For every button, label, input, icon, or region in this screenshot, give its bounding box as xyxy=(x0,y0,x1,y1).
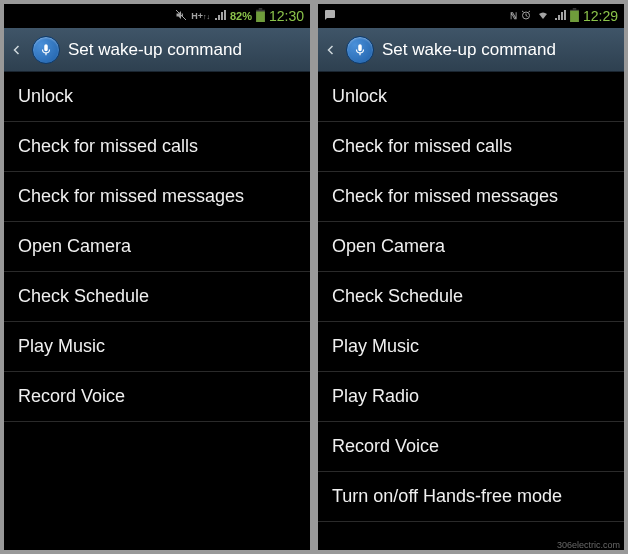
status-bar: ℕ 12:29 xyxy=(318,4,624,28)
list-item[interactable]: Check for missed messages xyxy=(318,172,624,222)
list-item[interactable]: Check Schedule xyxy=(318,272,624,322)
watermark: 306electric.com xyxy=(557,540,620,550)
list-item[interactable]: Check for missed calls xyxy=(4,122,310,172)
battery-percent: 82% xyxy=(230,10,252,22)
page-title: Set wake-up command xyxy=(382,40,556,60)
wifi-icon xyxy=(536,9,550,23)
list-item[interactable]: Play Music xyxy=(4,322,310,372)
list-item[interactable]: Check for missed messages xyxy=(4,172,310,222)
battery-icon xyxy=(570,8,579,24)
battery-icon xyxy=(256,8,265,24)
svg-rect-2 xyxy=(256,12,265,23)
alarm-icon xyxy=(520,9,532,23)
back-icon[interactable] xyxy=(324,40,338,60)
phone-right: ℕ 12:29 Set wake-up command UnlockCheck … xyxy=(318,4,624,550)
list-item[interactable]: Turn on/off Hands-free mode xyxy=(318,472,624,522)
voice-icon[interactable] xyxy=(346,36,374,64)
clock: 12:29 xyxy=(583,8,618,24)
list-item[interactable]: Check for missed calls xyxy=(318,122,624,172)
nfc-icon: ℕ xyxy=(510,11,516,21)
signal-icon xyxy=(214,9,226,23)
list-item[interactable]: Unlock xyxy=(4,72,310,122)
svg-rect-6 xyxy=(570,11,579,22)
chat-icon xyxy=(324,9,336,23)
list-item[interactable]: Check Schedule xyxy=(4,272,310,322)
svg-rect-7 xyxy=(573,8,577,10)
clock: 12:30 xyxy=(269,8,304,24)
back-icon[interactable] xyxy=(10,40,24,60)
list-item[interactable]: Open Camera xyxy=(318,222,624,272)
mute-icon xyxy=(175,9,187,23)
phone-left: H+↑↓ 82% 12:30 Set wake-up command Unloc… xyxy=(4,4,310,550)
list-item[interactable]: Open Camera xyxy=(4,222,310,272)
status-bar: H+↑↓ 82% 12:30 xyxy=(4,4,310,28)
title-bar: Set wake-up command xyxy=(4,28,310,72)
voice-icon[interactable] xyxy=(32,36,60,64)
title-bar: Set wake-up command xyxy=(318,28,624,72)
command-list: UnlockCheck for missed callsCheck for mi… xyxy=(318,72,624,550)
h-plus-icon: H+↑↓ xyxy=(191,11,210,21)
command-list: UnlockCheck for missed callsCheck for mi… xyxy=(4,72,310,550)
svg-rect-3 xyxy=(259,8,263,10)
signal-icon xyxy=(554,9,566,23)
page-title: Set wake-up command xyxy=(68,40,242,60)
list-item[interactable]: Play Radio xyxy=(318,372,624,422)
list-item[interactable]: Record Voice xyxy=(4,372,310,422)
list-item[interactable]: Play Music xyxy=(318,322,624,372)
list-item[interactable]: Record Voice xyxy=(318,422,624,472)
list-item[interactable]: Unlock xyxy=(318,72,624,122)
